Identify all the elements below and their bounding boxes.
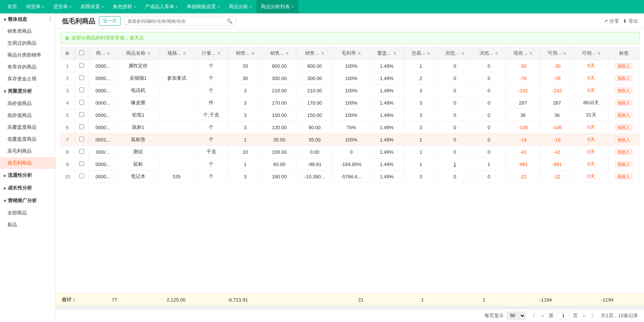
nav-sales[interactable]: 销货单 ×: [22, 0, 49, 13]
row-name: 属性定价: [117, 60, 159, 72]
nav-product-analysis[interactable]: 商品分析 ×: [224, 0, 256, 13]
col-sales-amt[interactable]: 销售... ⇅: [262, 47, 297, 60]
col-code[interactable]: 商... ⇅: [89, 47, 117, 60]
hscroll-bar[interactable]: [56, 306, 644, 309]
nav-permissions[interactable]: 权限设置 ×: [76, 0, 108, 13]
sidebar-item-inventory-products[interactable]: 有库存的商品: [0, 61, 55, 73]
row-select-checkbox[interactable]: [79, 87, 84, 92]
col-sellable[interactable]: 可销... ⇅: [574, 47, 608, 60]
row-sales-cost: 300.00: [297, 72, 333, 85]
row-select-checkbox[interactable]: [79, 137, 84, 141]
per-page-select[interactable]: 50 20 100: [507, 312, 526, 320]
row-spec: [159, 109, 194, 121]
row-checkbox[interactable]: [75, 72, 89, 85]
close-roles-icon[interactable]: ×: [134, 4, 136, 9]
select-all-checkbox[interactable]: [79, 50, 84, 55]
table-footer: 合计： 77 2,125.00 -8,723.91 21 1 1 -1194 -…: [56, 293, 644, 306]
nav-template[interactable]: 单据模板设置 ×: [182, 0, 224, 13]
col-current[interactable]: 现有... ⇅: [506, 47, 540, 60]
page-label: 第: [549, 312, 554, 319]
col-view2[interactable]: 浏览... ⇅: [472, 47, 506, 60]
pagination-prev-icon[interactable]: 《: [529, 312, 537, 319]
col-sales-qty[interactable]: 销售... ⇅: [228, 47, 262, 60]
search-icon[interactable]: 🔍: [227, 18, 233, 24]
row-name: 鼠标: [117, 158, 159, 170]
row-checkbox[interactable]: [75, 109, 89, 121]
row-checkbox[interactable]: [75, 97, 89, 109]
sidebar-item-traded-products[interactable]: 交易过的商品: [0, 37, 55, 49]
sidebar-group-liquidity[interactable]: ▸ 流通性分析: [0, 169, 55, 182]
sidebar-item-low-value[interactable]: 低价值商品: [0, 109, 55, 121]
col-available[interactable]: 可用... ⇅: [540, 47, 574, 60]
close-product-analysis-icon[interactable]: ×: [250, 4, 252, 9]
row-checkbox[interactable]: [75, 170, 89, 183]
pagination-next-single-icon[interactable]: >: [581, 313, 587, 319]
page-input[interactable]: [557, 312, 570, 319]
row-coverage: 1.49%: [370, 109, 404, 121]
col-transactions[interactable]: 交易... ⇅: [404, 47, 438, 60]
row-checkbox[interactable]: [75, 85, 89, 97]
sidebar-group-marketing[interactable]: ▾ 营销推广分析: [0, 194, 55, 207]
col-coverage[interactable]: 覆盖... ⇅: [370, 47, 404, 60]
sidebar-item-high-value[interactable]: 高价值商品: [0, 98, 55, 109]
nav-home[interactable]: 首页: [3, 0, 22, 13]
sidebar-item-low-coverage[interactable]: 低覆盖度商品: [0, 133, 55, 145]
row-checkbox[interactable]: [75, 134, 89, 146]
row-select-checkbox[interactable]: [79, 100, 84, 105]
row-select-checkbox[interactable]: [79, 63, 84, 68]
row-spec: [159, 158, 194, 170]
row-select-checkbox[interactable]: [79, 161, 84, 166]
col-spec[interactable]: 规格... ⇅: [159, 47, 194, 60]
search-input[interactable]: [128, 19, 227, 24]
close-product-analysis-list-icon[interactable]: ×: [291, 4, 294, 9]
row-select-checkbox[interactable]: [79, 75, 84, 80]
col-gross-rate[interactable]: 毛利率 ⇅: [333, 47, 370, 60]
sidebar-item-category-rate[interactable]: 商品分类助销率: [0, 49, 55, 61]
pagination-next-icon[interactable]: 》: [590, 312, 598, 319]
sidebar-item-high-margin[interactable]: 高毛利商品: [0, 145, 55, 157]
sidebar-item-all-products[interactable]: 全部商品: [0, 207, 55, 219]
row-checkbox[interactable]: [75, 60, 89, 72]
nav-purchase[interactable]: 进货单 ×: [49, 0, 76, 13]
sidebar-group-overview[interactable]: ▾ 整体信息: [4, 16, 27, 23]
col-sales-cost[interactable]: 销售... ⇅: [297, 47, 333, 60]
nav-product-entry[interactable]: 产成品入库单 ×: [141, 0, 182, 13]
row-view1[interactable]: 1: [438, 158, 472, 170]
sidebar-group-growth[interactable]: ▸ 成长性分析: [0, 182, 55, 194]
footer-sales-qty: 77: [84, 297, 145, 303]
sidebar-item-sales-products[interactable]: 销售类商品: [0, 25, 55, 37]
col-name[interactable]: 商品名称 ⇅: [117, 47, 159, 60]
row-unit: 件: [194, 97, 228, 109]
row-select-checkbox[interactable]: [79, 124, 84, 129]
row-checkbox[interactable]: [75, 121, 89, 134]
col-unit[interactable]: 计量... ⇅: [194, 47, 228, 60]
nav-roles[interactable]: 角色授权 ×: [108, 0, 140, 13]
sidebar-item-low-margin[interactable]: 低毛利商品: [0, 157, 55, 169]
row-select-checkbox[interactable]: [79, 173, 84, 178]
sidebar-item-inventory-capital[interactable]: 库存资金占用: [0, 73, 55, 85]
row-select-checkbox[interactable]: [79, 112, 84, 117]
row-sellable: 0天: [574, 72, 608, 85]
close-permissions-icon[interactable]: ×: [102, 4, 104, 9]
col-view1[interactable]: 浏览... ⇅: [438, 47, 472, 60]
export-btn[interactable]: ⬇ 导出: [623, 18, 638, 25]
close-sales-icon[interactable]: ×: [42, 4, 44, 9]
row-select-checkbox[interactable]: [79, 149, 84, 154]
share-btn[interactable]: ↗ 分享: [604, 18, 619, 25]
pagination-prev-single-icon[interactable]: <: [540, 313, 546, 319]
row-checkbox[interactable]: [75, 146, 89, 158]
col-settings[interactable]: ⚙: [60, 47, 75, 60]
filter-recent-month-btn[interactable]: 近一月: [99, 16, 121, 26]
sidebar-group-clustering[interactable]: ▾ 类聚度分析: [0, 85, 55, 98]
close-purchase-icon[interactable]: ×: [69, 4, 71, 9]
row-sales-cost: 0.00: [297, 146, 333, 158]
sidebar-item-new-products[interactable]: 新品: [0, 219, 55, 231]
sidebar-collapse-btn[interactable]: 《: [45, 16, 52, 23]
row-sales-cost: 210.00: [297, 85, 333, 97]
sidebar-item-high-coverage[interactable]: 高覆盖度商品: [0, 121, 55, 133]
close-template-icon[interactable]: ×: [217, 4, 220, 9]
col-checkbox[interactable]: [75, 47, 89, 60]
close-product-entry-icon[interactable]: ×: [176, 4, 178, 9]
nav-product-analysis-list[interactable]: 商品分析列表 ×: [256, 0, 298, 13]
row-checkbox[interactable]: [75, 158, 89, 170]
